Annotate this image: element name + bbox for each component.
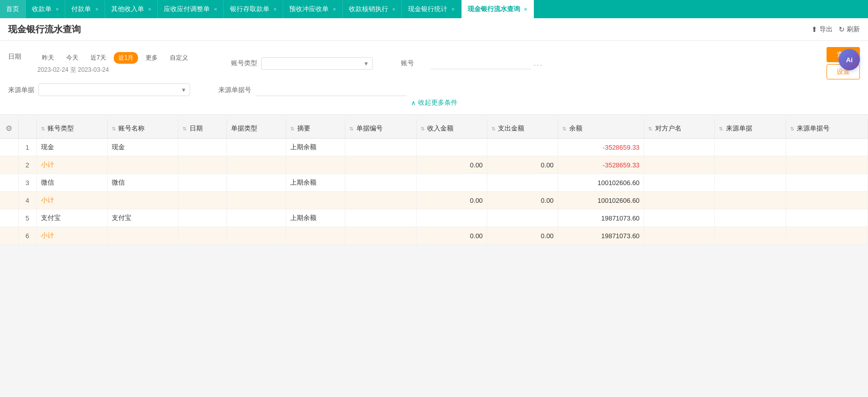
nav-home[interactable]: 首页: [0, 0, 26, 18]
col-doc-no[interactable]: ⇅ 单据编号: [345, 119, 416, 139]
row-date-cell: [178, 227, 227, 245]
nav-tab-close-3[interactable]: ×: [214, 6, 217, 12]
collapse-label: 收起更多条件: [418, 98, 458, 107]
row-num-cell: 3: [18, 174, 36, 192]
nav-tab-close-4[interactable]: ×: [273, 6, 277, 12]
nav-tab-4[interactable]: 银行存取款单 ×: [224, 0, 283, 18]
nav-tab-close-5[interactable]: ×: [333, 6, 336, 12]
col-balance[interactable]: ⇅ 余额: [558, 119, 644, 139]
col-account-type[interactable]: ⇅ 账号类型: [36, 119, 107, 139]
row-settings-cell: [0, 174, 18, 192]
sort-icon-summary: ⇅: [290, 126, 294, 131]
row-num-cell: 4: [18, 192, 36, 209]
sort-icon-source-doc-no: ⇅: [790, 126, 794, 131]
nav-tab-close-6[interactable]: ×: [392, 6, 395, 12]
date-btn-today[interactable]: 今天: [62, 52, 83, 64]
nav-tab-7[interactable]: 现金银行统计 ×: [402, 0, 461, 18]
source-doc-no-input[interactable]: [255, 84, 407, 96]
filter-collapse-area: ∧ 收起更多条件: [8, 96, 860, 108]
gear-icon[interactable]: ⚙: [6, 124, 12, 133]
date-btn-7days[interactable]: 近7天: [86, 52, 111, 64]
account-type-select[interactable]: ▾: [261, 57, 373, 70]
nav-tab-label-6: 收款核销执行: [349, 5, 388, 14]
col-date[interactable]: ⇅ 日期: [178, 119, 227, 139]
row-account-name-cell: [107, 227, 178, 245]
table-row[interactable]: 5 支付宝 支付宝 上期余额 19871073.60: [0, 209, 868, 227]
table-row[interactable]: 3 微信 微信 上期余额 100102606.60: [0, 174, 868, 192]
filter-row-1: 日期 昨天 今天 近7天 近1月 更多 自定义 2023-02-24 至 202…: [8, 47, 860, 79]
page-header: 现金银行流水查询 ⬆ 导出 ↻ 刷新: [0, 18, 868, 41]
header-actions: ⬆ 导出 ↻ 刷新: [811, 25, 860, 34]
nav-tab-label-3: 应收应付调整单: [164, 5, 210, 14]
row-source-doc-cell: [715, 156, 786, 174]
refresh-label: 刷新: [847, 25, 860, 34]
row-account-name-cell: 支付宝: [107, 209, 178, 227]
row-expense-cell: [487, 174, 558, 192]
date-options-group: 昨天 今天 近7天 近1月 更多 自定义 2023-02-24 至 2023-0…: [37, 52, 193, 74]
row-settings-cell: [0, 227, 18, 245]
chevron-down-icon-2: ▾: [182, 86, 186, 94]
row-account-name-cell: 微信: [107, 174, 178, 192]
col-num: [18, 119, 36, 139]
row-balance-cell: 19871073.60: [558, 227, 644, 245]
row-account-name-cell: [107, 192, 178, 209]
refresh-button[interactable]: ↻ 刷新: [839, 25, 860, 34]
nav-tab-close-7[interactable]: ×: [451, 6, 454, 12]
row-settings-cell: [0, 139, 18, 156]
nav-tab-3[interactable]: 应收应付调整单 ×: [158, 0, 223, 18]
row-source-doc-no-cell: [786, 227, 867, 245]
table-row[interactable]: 1 现金 现金 上期余额 -3528659.33: [0, 139, 868, 156]
row-summary-cell: [286, 192, 345, 209]
col-settings[interactable]: ⚙: [0, 119, 18, 139]
source-doc-group: 来源单据 ▾: [8, 83, 190, 96]
nav-tab-8[interactable]: 现金银行流水查询 ×: [462, 0, 534, 18]
account-input[interactable]: [430, 57, 531, 69]
col-income[interactable]: ⇅ 收入金额: [416, 119, 487, 139]
col-source-doc-no[interactable]: ⇅ 来源单据号: [786, 119, 867, 139]
row-doc-type-cell: [227, 192, 286, 209]
nav-tab-label-7: 现金银行统计: [408, 5, 447, 14]
col-summary[interactable]: ⇅ 摘要: [286, 119, 345, 139]
date-btn-custom[interactable]: 自定义: [165, 52, 193, 64]
table-row[interactable]: 2 小计 0.00 0.00 -3528659.33: [0, 156, 868, 174]
nav-tab-1[interactable]: 付款单 ×: [65, 0, 105, 18]
col-account-name[interactable]: ⇅ 账号名称: [107, 119, 178, 139]
nav-tab-close-2[interactable]: ×: [148, 6, 151, 12]
sort-icon-account-type: ⇅: [41, 126, 45, 131]
export-button[interactable]: ⬆ 导出: [811, 25, 833, 34]
nav-tab-close-8[interactable]: ×: [524, 6, 527, 12]
account-label: 账号: [401, 59, 426, 68]
row-balance-cell: 19871073.60: [558, 209, 644, 227]
source-doc-select[interactable]: ▾: [38, 83, 190, 96]
row-income-cell: [416, 209, 487, 227]
nav-tab-0[interactable]: 收款单 ×: [26, 0, 65, 18]
row-account-type-cell: 支付宝: [36, 209, 107, 227]
row-date-cell: [178, 192, 227, 209]
nav-tab-close-0[interactable]: ×: [56, 6, 59, 12]
row-income-cell: 0.00: [416, 227, 487, 245]
date-options-row: 昨天 今天 近7天 近1月 更多 自定义: [37, 52, 193, 64]
account-type-label: 账号类型: [231, 59, 257, 68]
table-row[interactable]: 4 小计 0.00 0.00 100102606.60: [0, 192, 868, 209]
ai-badge[interactable]: Ai: [839, 49, 860, 70]
row-source-doc-no-cell: [786, 192, 867, 209]
nav-tab-6[interactable]: 收款核销执行 ×: [343, 0, 402, 18]
nav-tab-5[interactable]: 预收冲应收单 ×: [283, 0, 342, 18]
account-group: 账号 ...: [401, 57, 543, 69]
sort-icon-counterparty: ⇅: [648, 126, 652, 131]
account-type-group: 账号类型 ▾: [231, 57, 373, 70]
account-more-icon[interactable]: ...: [533, 59, 543, 68]
row-doc-no-cell: [345, 227, 416, 245]
date-btn-yesterday[interactable]: 昨天: [37, 52, 59, 64]
date-filter-group: 日期 昨天 今天 近7天 近1月 更多 自定义 2023-02-24 至 202…: [8, 52, 193, 74]
col-expense[interactable]: ⇅ 支出金额: [487, 119, 558, 139]
col-counterparty[interactable]: ⇅ 对方户名: [644, 119, 715, 139]
date-btn-1month[interactable]: 近1月: [114, 52, 139, 64]
nav-tab-2[interactable]: 其他收入单 ×: [105, 0, 158, 18]
row-balance-cell: -3528659.33: [558, 139, 644, 156]
date-btn-more[interactable]: 更多: [141, 52, 162, 64]
collapse-button[interactable]: ∧ 收起更多条件: [411, 98, 458, 107]
col-source-doc[interactable]: ⇅ 来源单据: [715, 119, 786, 139]
nav-tab-close-1[interactable]: ×: [95, 6, 98, 12]
table-row[interactable]: 6 小计 0.00 0.00 19871073.60: [0, 227, 868, 245]
